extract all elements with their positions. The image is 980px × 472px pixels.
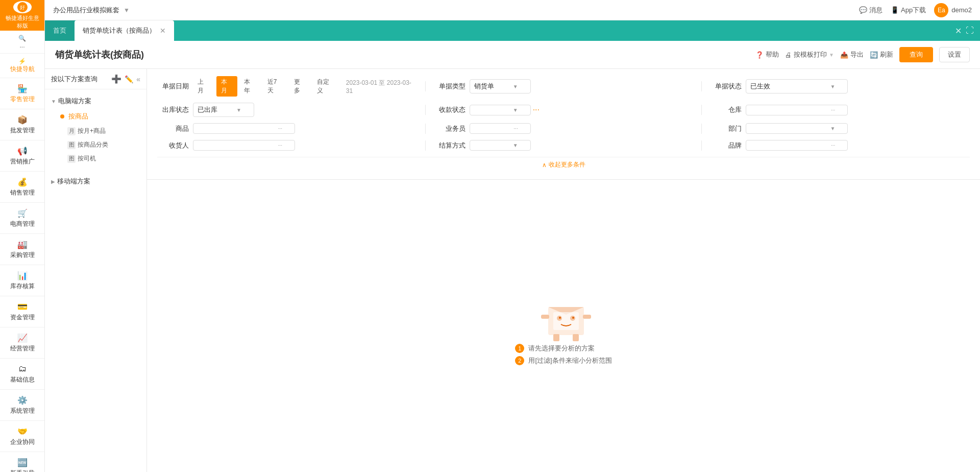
collapse-panel-icon[interactable]: « [136,75,140,83]
step-2-num: 2 [515,356,524,365]
sidebar-item-wholesale[interactable]: 📦 批发管理 [0,109,44,140]
docstatus-label: 单据状态 [710,82,746,91]
sidebar: 好 畅捷通好生意 标版 🔍 ... ⚡ 快捷导航 🏪 零售管理 📦 批发管理 📢… [0,0,45,472]
filter-settle-group: 结算方式 ▼ [434,140,694,151]
message-button[interactable]: 💬 消息 [859,6,883,15]
chevron-down-icon: ▼ [124,7,130,14]
tree-parent-mobile[interactable]: ▶ 移动端方案 [45,174,146,189]
empty-step-1: 1 请先选择要分析的方案 [515,344,611,353]
wholesale-label: 批发管理 [10,126,35,135]
doctype-label: 单据类型 [434,82,470,91]
tree-child-byproduct[interactable]: 按商品 [45,109,146,124]
filter-doctype-group: 单据类型 销货单 ▼ [434,79,694,93]
tab-home[interactable]: 首页 [45,20,75,41]
sidebar-item-cooperation[interactable]: 🤝 企业协同 [0,421,44,452]
newuser-label: 新手引导 [10,469,35,472]
tree-parent-desktop[interactable]: ▼ 电脑端方案 [45,93,146,109]
app-download-button[interactable]: 📱 App下载 [891,6,926,15]
product-label: 商品 [157,124,193,133]
tab-expand-icon[interactable]: ⛶ [966,26,974,35]
add-scheme-icon[interactable]: ➕ [111,74,121,84]
marketing-icon: 📢 [17,146,28,156]
tab-bar-actions: ✕ ⛶ [955,26,980,36]
filter-divider-7 [425,140,426,151]
filter-divider-1 [425,81,426,91]
sidebar-item-search[interactable]: 🔍 ... [0,31,44,54]
page-header: 销货单统计表(按商品) ❓ 帮助 🖨 按模板打印 ▼ 📤 导出 🔄 刷新 [45,41,980,69]
payment-dots-icon[interactable]: ··· [533,105,540,114]
sidebar-item-marketing[interactable]: 📢 营销推广 [0,140,44,172]
brand-select[interactable]: ··· [746,140,848,151]
help-icon: ❓ [755,51,764,59]
query-button[interactable]: 查询 [899,47,933,62]
sidebar-item-finance[interactable]: 💳 资金管理 [0,296,44,327]
date-tab-thisyear[interactable]: 本年 [239,76,261,97]
dept-select[interactable]: ▼ [746,123,848,134]
home-label: 首页 [53,26,66,35]
logo-icon: 好 [13,1,32,13]
date-tab-7days[interactable]: 近7天 [263,76,287,97]
sidebar-item-system[interactable]: ⚙️ 系统管理 [0,390,44,421]
receiver-select[interactable]: ··· [193,140,295,151]
salesman-select[interactable]: ··· [470,123,531,134]
export-button[interactable]: 📤 导出 [840,50,864,59]
doctype-select[interactable]: 销货单 ▼ [470,79,531,93]
print-button[interactable]: 🖨 按模板打印 ▼ [785,50,834,59]
tab-sales-report[interactable]: 销货单统计表（按商品） ✕ [75,20,174,41]
quicknav-icon: ⚡ [3,58,42,65]
settle-control: ▼ [470,140,694,151]
docstatus-select[interactable]: 已生效 ▼ [746,79,848,93]
outstock-select[interactable]: 已出库 ▼ [193,103,254,117]
cooperation-label: 企业协同 [10,438,35,446]
sidebar-item-basics[interactable]: 🗂 基础信息 [0,359,44,390]
help-label: 帮助 [766,50,779,59]
user-info[interactable]: Ea demo2 [934,3,972,17]
sidebar-item-sales[interactable]: 💰 销售管理 [0,172,44,203]
tab-minimize-icon[interactable]: ✕ [955,26,962,36]
sidebar-item-purchase[interactable]: 🏭 采购管理 [0,234,44,265]
tree-sub-driver[interactable]: 图 按司机 [45,152,146,166]
date-tab-custom[interactable]: 自定义 [312,76,339,97]
purchase-icon: 🏭 [17,239,28,249]
product-select[interactable]: ··· [193,123,295,134]
logo-text: 畅捷通好生意 [6,14,39,22]
svg-text:好: 好 [20,5,25,10]
svg-rect-10 [541,315,549,319]
date-tab-more[interactable]: 更多 [289,76,311,97]
refresh-button[interactable]: 🔄 刷新 [870,50,893,59]
sidebar-item-retail[interactable]: 🏪 零售管理 [0,78,44,109]
date-tab-lastmonth[interactable]: 上月 [193,76,214,97]
svg-rect-8 [553,334,559,341]
date-tab-thismonth[interactable]: 本月 [216,76,238,97]
newuser-icon: 🆕 [17,457,28,467]
sidebar-item-ecommerce[interactable]: 🛒 电商管理 [0,203,44,234]
sidebar-item-inventory[interactable]: 📊 库存核算 [0,265,44,296]
filter-docstatus-group: 单据状态 已生效 ▼ [710,79,970,93]
product-dots-icon: ··· [278,126,282,131]
sidebar-item-newuser[interactable]: 🆕 新手引导 [0,452,44,472]
sidebar-item-quicknav[interactable]: ⚡ 快捷导航 [0,54,44,78]
settle-select[interactable]: ▼ [470,140,531,151]
tree-sub-category[interactable]: 图 按商品分类 [45,138,146,152]
refresh-icon: 🔄 [870,51,878,59]
edit-scheme-icon[interactable]: ✏️ [125,75,133,83]
finance-icon: 💳 [17,301,28,312]
filter-product-group: 商品 ··· [157,123,417,134]
collapse-filter-button[interactable]: ∧ 收起更多条件 [157,157,970,172]
retail-icon: 🏪 [17,83,28,93]
industry-selector[interactable]: 办公用品行业模拟账套 ▼ [53,6,130,15]
payment-select[interactable]: ▼ [470,105,531,115]
brand-dots-icon: ··· [831,143,835,148]
payment-label: 收款状态 [434,105,470,114]
tab-close-icon[interactable]: ✕ [160,27,166,35]
settings-button[interactable]: 设置 [939,47,970,62]
sales-label: 销售管理 [10,188,35,197]
tree-parent-mobile-label: 移动端方案 [57,177,90,186]
sidebar-item-operations[interactable]: 📈 经营管理 [0,327,44,359]
help-button[interactable]: ❓ 帮助 [755,50,779,59]
tree-sub-monthproduct[interactable]: 月 按月+商品 [45,124,146,138]
app-download-label: App下载 [901,6,926,15]
warehouse-select[interactable]: ··· [746,105,848,115]
doctype-arrow-icon: ▼ [513,84,518,89]
outstock-label: 出库状态 [157,105,193,114]
